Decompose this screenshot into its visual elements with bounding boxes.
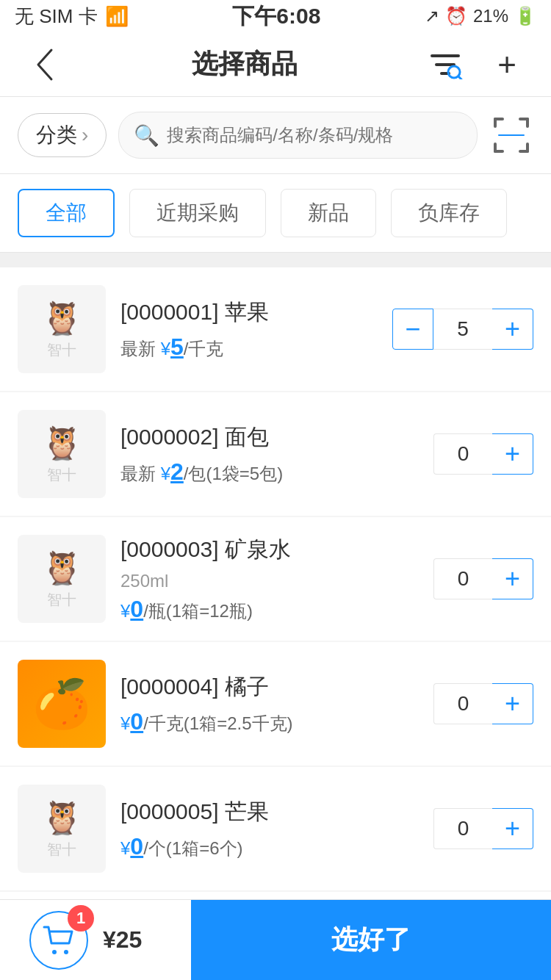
product-spec: 250ml [120, 571, 419, 591]
product-name: [0000005] 芒果 [120, 797, 419, 827]
bottom-bar: 1 ¥25 选好了 [0, 899, 551, 980]
product-info: [0000005] 芒果 ¥0/个(1箱=6个) [120, 797, 419, 860]
product-logo: 🦉 [42, 549, 82, 587]
increase-button[interactable]: + [492, 433, 533, 475]
product-name: [0000001] 苹果 [120, 298, 378, 328]
increase-button[interactable]: + [492, 683, 533, 724]
product-item: 🍊 [0000004] 橘子 ¥0/千克(1箱=2.5千克) + [0, 642, 551, 765]
product-price: ¥0/瓶(1箱=12瓶) [120, 596, 419, 623]
back-button[interactable] [22, 43, 66, 87]
product-image: 🦉 智十 [18, 285, 106, 373]
product-info: [0000001] 苹果 最新 ¥5/千克 [120, 298, 378, 361]
product-price: ¥0/千克(1箱=2.5千克) [120, 708, 419, 735]
product-name: [0000003] 矿泉水 [120, 535, 419, 565]
status-time: 下午6:08 [232, 1, 320, 32]
status-right: ↗ ⏰ 21% 🔋 [425, 6, 536, 26]
product-logo-text: 智十 [47, 590, 76, 610]
status-bar: 无 SIM 卡 📶 下午6:08 ↗ ⏰ 21% 🔋 [0, 0, 551, 32]
increase-button[interactable]: + [492, 558, 533, 599]
quantity-control: − + [392, 309, 533, 350]
nav-left [22, 43, 66, 87]
tab-negative[interactable]: 负库存 [391, 189, 507, 237]
quantity-input[interactable] [433, 558, 492, 599]
cart-total: ¥25 [103, 926, 142, 954]
product-logo-text: 智十 [47, 340, 76, 360]
product-price: 最新 ¥5/千克 [120, 334, 378, 361]
product-price: ¥0/个(1箱=6个) [120, 833, 419, 860]
product-list: 🦉 智十 [0000001] 苹果 最新 ¥5/千克 − + 🦉 智十 [000… [0, 267, 551, 980]
confirm-button[interactable]: 选好了 [191, 900, 551, 981]
product-image: 🦉 智十 [18, 535, 106, 623]
quantity-input[interactable] [433, 683, 492, 724]
product-image: 🦉 智十 [18, 410, 106, 498]
svg-rect-13 [498, 134, 525, 136]
cart-button[interactable]: 1 [29, 911, 88, 970]
battery-text: 21% [473, 6, 508, 26]
tab-all[interactable]: 全部 [18, 189, 115, 237]
scan-button[interactable] [489, 113, 533, 157]
quantity-control: + [433, 558, 533, 599]
nav-right: + [423, 43, 529, 87]
svg-rect-12 [526, 143, 529, 153]
cart-badge: 1 [68, 905, 94, 932]
svg-rect-6 [494, 118, 497, 128]
product-item: 🦉 智十 [0000002] 面包 最新 ¥2/包(1袋=5包) + [0, 392, 551, 516]
quantity-input[interactable] [433, 433, 492, 475]
svg-rect-10 [494, 143, 497, 153]
product-image: 🍊 [18, 660, 106, 748]
increase-button[interactable]: + [492, 309, 533, 350]
nav-bar: 选择商品 + [0, 32, 551, 97]
category-label: 分类 [36, 121, 77, 149]
category-button[interactable]: 分类 › [18, 113, 107, 157]
tab-recent[interactable]: 近期采购 [129, 189, 266, 237]
location-icon: ↗ [425, 6, 439, 26]
svg-rect-8 [526, 118, 529, 128]
add-button[interactable]: + [485, 43, 529, 87]
quantity-input[interactable] [433, 309, 492, 350]
svg-line-4 [458, 76, 461, 79]
search-icon: 🔍 [134, 123, 159, 148]
product-info: [0000002] 面包 最新 ¥2/包(1袋=5包) [120, 422, 419, 486]
product-item: 🦉 智十 [0000003] 矿泉水 250ml ¥0/瓶(1箱=12瓶) + [0, 517, 551, 641]
tab-new[interactable]: 新品 [281, 189, 376, 237]
svg-point-15 [64, 950, 68, 954]
filter-button[interactable] [423, 43, 467, 87]
increase-button[interactable]: + [492, 808, 533, 849]
product-item: 🦉 智十 [0000001] 苹果 最新 ¥5/千克 − + [0, 267, 551, 391]
quantity-control: + [433, 808, 533, 849]
tab-bar: 全部 近期采购 新品 负库存 [0, 174, 551, 253]
quantity-input[interactable] [433, 808, 492, 849]
page-title: 选择商品 [192, 46, 298, 82]
product-item: 🦉 智十 [0000005] 芒果 ¥0/个(1箱=6个) + [0, 767, 551, 890]
cart-area: 1 ¥25 [0, 911, 191, 970]
product-logo: 🦉 [42, 424, 82, 462]
product-name: [0000004] 橘子 [120, 672, 419, 702]
svg-rect-0 [431, 54, 460, 57]
product-logo-text: 智十 [47, 465, 76, 485]
product-logo: 🦉 [42, 299, 82, 337]
product-image: 🦉 智十 [18, 785, 106, 873]
decrease-button[interactable]: − [392, 309, 433, 350]
carrier-text: 无 SIM 卡 [15, 4, 98, 29]
product-logo: 🦉 [42, 799, 82, 837]
product-info: [0000003] 矿泉水 250ml ¥0/瓶(1箱=12瓶) [120, 535, 419, 623]
product-price: 最新 ¥2/包(1袋=5包) [120, 458, 419, 486]
product-name: [0000002] 面包 [120, 422, 419, 453]
product-logo-text: 智十 [47, 840, 76, 860]
divider [0, 253, 551, 267]
status-left: 无 SIM 卡 📶 [15, 4, 129, 29]
search-box[interactable]: 🔍 [118, 112, 478, 159]
category-chevron: › [82, 123, 88, 147]
search-input[interactable] [167, 125, 462, 145]
quantity-control: + [433, 683, 533, 724]
filter-bar: 分类 › 🔍 [0, 97, 551, 174]
alarm-icon: ⏰ [445, 6, 467, 26]
product-info: [0000004] 橘子 ¥0/千克(1箱=2.5千克) [120, 672, 419, 735]
battery-icon: 🔋 [514, 6, 536, 26]
svg-point-14 [52, 950, 57, 954]
quantity-control: + [433, 433, 533, 475]
wifi-icon: 📶 [105, 5, 129, 28]
